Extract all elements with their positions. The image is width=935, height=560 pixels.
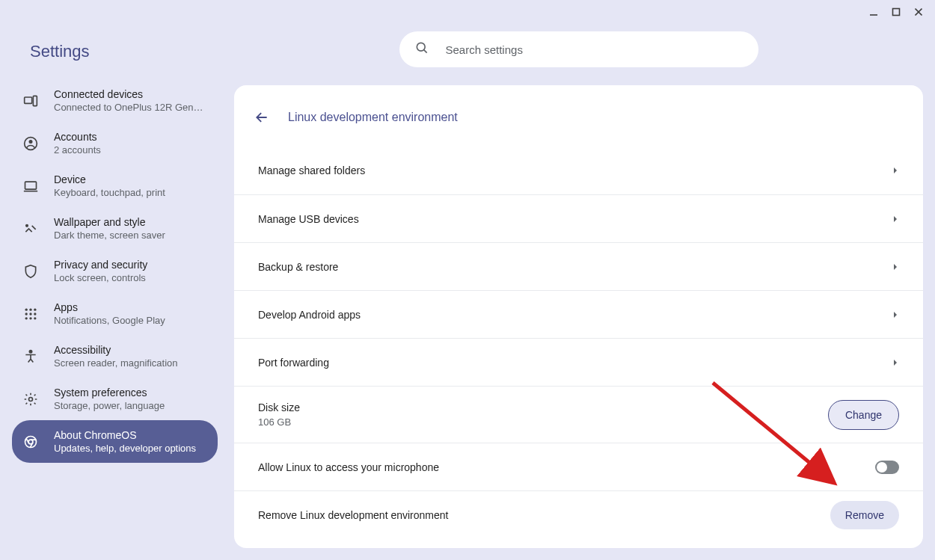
nav-label: About ChromeOS	[54, 429, 196, 441]
row-title: Manage USB devices	[258, 213, 359, 225]
sidebar-item-accessibility[interactable]: Accessibility Screen reader, magnificati…	[12, 335, 218, 378]
chevron-right-icon	[892, 308, 899, 321]
search-icon	[414, 40, 429, 58]
nav-label: Accessibility	[54, 344, 177, 356]
nav-sub: Updates, help, developer options	[54, 443, 196, 454]
settings-card: Linux development environment Manage sha…	[234, 85, 923, 548]
nav-label: Privacy and security	[54, 259, 147, 271]
row-microphone-access: Allow Linux to access your microphone	[234, 443, 923, 490]
nav-sub: 2 accounts	[54, 144, 101, 156]
svg-point-17	[25, 317, 28, 319]
page-title: Linux development environment	[288, 111, 458, 124]
svg-point-10	[26, 224, 28, 227]
row-title: Port forwarding	[258, 357, 329, 369]
row-port-forwarding[interactable]: Port forwarding	[234, 338, 923, 386]
svg-rect-5	[33, 96, 37, 105]
apps-grid-icon	[22, 306, 39, 322]
svg-point-24	[417, 43, 425, 51]
sidebar-item-privacy[interactable]: Privacy and security Lock screen, contro…	[12, 250, 218, 292]
main-column: Linux development environment Manage sha…	[234, 24, 935, 560]
microphone-toggle[interactable]	[875, 461, 899, 474]
window-close-button[interactable]	[908, 1, 929, 22]
svg-point-7	[29, 140, 33, 144]
app-title: Settings	[12, 31, 218, 79]
sidebar-item-device[interactable]: Device Keyboard, touchpad, print	[12, 164, 218, 207]
row-title: Disk size	[258, 401, 300, 413]
nav-sub: Lock screen, controls	[54, 272, 147, 283]
row-manage-usb-devices[interactable]: Manage USB devices	[234, 194, 923, 242]
search-input[interactable]	[446, 43, 744, 56]
nav-sub: Screen reader, magnification	[54, 357, 177, 369]
svg-point-14	[25, 313, 28, 315]
remove-linux-button[interactable]: Remove	[830, 501, 899, 529]
row-title: Manage shared folders	[258, 164, 365, 176]
row-sub: 106 GB	[258, 416, 300, 428]
chevron-right-icon	[892, 212, 899, 226]
gear-icon	[22, 391, 39, 407]
svg-rect-1	[893, 9, 900, 16]
nav-label: Wallpaper and style	[54, 216, 165, 228]
nav-label: System preferences	[54, 387, 165, 399]
svg-point-20	[29, 350, 31, 352]
row-manage-shared-folders[interactable]: Manage shared folders	[234, 147, 923, 194]
svg-rect-4	[25, 97, 32, 103]
nav-sub: Storage, power, language	[54, 400, 165, 411]
nav-label: Apps	[54, 301, 165, 313]
sidebar-item-about-chromeos[interactable]: About ChromeOS Updates, help, developer …	[12, 420, 218, 463]
sidebar-item-accounts[interactable]: Accounts 2 accounts	[12, 122, 218, 164]
chevron-right-icon	[892, 164, 899, 177]
window-titlebar	[0, 0, 935, 24]
account-icon	[22, 135, 39, 152]
sidebar-item-wallpaper[interactable]: Wallpaper and style Dark theme, screen s…	[12, 207, 218, 250]
devices-icon	[22, 93, 39, 109]
nav-label: Connected devices	[54, 88, 207, 100]
change-disk-size-button[interactable]: Change	[828, 400, 899, 430]
shield-icon	[22, 263, 39, 280]
nav-sub: Notifications, Google Play	[54, 315, 165, 326]
sidebar-item-system-preferences[interactable]: System preferences Storage, power, langu…	[12, 378, 218, 420]
svg-point-13	[34, 308, 36, 310]
chrome-icon	[22, 434, 39, 450]
svg-point-16	[34, 313, 36, 315]
palette-icon	[22, 221, 39, 237]
back-button[interactable]	[249, 105, 275, 130]
window-maximize-button[interactable]	[886, 1, 907, 22]
nav-label: Accounts	[54, 131, 101, 143]
nav-sub: Dark theme, screen saver	[54, 230, 165, 241]
sidebar: Settings Connected devices Connected to …	[0, 24, 234, 560]
row-backup-restore[interactable]: Backup & restore	[234, 242, 923, 290]
row-title: Remove Linux development environment	[258, 509, 448, 521]
row-remove-linux: Remove Linux development environment Rem…	[234, 490, 923, 538]
nav-label: Device	[54, 173, 165, 185]
laptop-icon	[22, 178, 39, 194]
search-box[interactable]	[399, 31, 758, 67]
row-title: Allow Linux to access your microphone	[258, 461, 439, 473]
svg-point-15	[29, 313, 31, 315]
window-minimize-button[interactable]	[863, 1, 884, 22]
nav-list: Connected devices Connected to OnePlus 1…	[12, 79, 218, 463]
svg-rect-8	[25, 182, 37, 189]
chevron-right-icon	[892, 356, 899, 369]
chevron-right-icon	[892, 260, 899, 274]
svg-point-12	[29, 308, 31, 310]
nav-sub: Connected to OnePlus 12R Gens…	[54, 102, 207, 113]
nav-sub: Keyboard, touchpad, print	[54, 187, 165, 198]
accessibility-icon	[22, 348, 39, 365]
svg-point-18	[29, 317, 31, 319]
svg-point-19	[34, 317, 36, 319]
sidebar-item-apps[interactable]: Apps Notifications, Google Play	[12, 292, 218, 335]
row-develop-android-apps[interactable]: Develop Android apps	[234, 290, 923, 338]
row-disk-size: Disk size 106 GB Change	[234, 386, 923, 443]
svg-point-11	[25, 308, 28, 310]
row-title: Develop Android apps	[258, 309, 361, 321]
svg-point-21	[29, 397, 33, 401]
sidebar-item-connected-devices[interactable]: Connected devices Connected to OnePlus 1…	[12, 79, 218, 122]
svg-line-25	[423, 50, 426, 53]
row-title: Backup & restore	[258, 261, 338, 273]
